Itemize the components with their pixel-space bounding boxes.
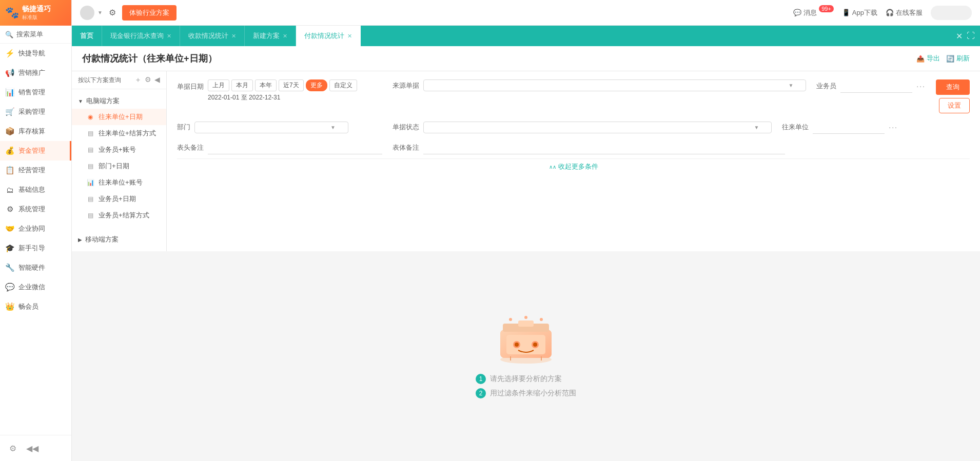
tab-label: 现金银行流水查询 bbox=[110, 31, 164, 41]
quick-nav-icon: ⚡ bbox=[5, 49, 14, 58]
sidebar-item-capital[interactable]: 💰 资金管理 bbox=[0, 141, 71, 161]
sidebar-item-inventory[interactable]: 📦 库存核算 bbox=[0, 122, 71, 141]
status-select[interactable]: ▼ bbox=[423, 122, 772, 133]
sidebar-item-purchase[interactable]: 🛒 采购管理 bbox=[0, 102, 71, 122]
tab-receipt-stats[interactable]: 收款情况统计 ✕ bbox=[180, 26, 245, 46]
sidebar-item-system[interactable]: ⚙ 系统管理 bbox=[0, 199, 71, 219]
scheme-settings-btn[interactable]: ⚙ bbox=[145, 75, 151, 85]
sidebar-nav: ⚡ 快捷导航 📢 营销推广 📊 销售管理 🛒 采购管理 📦 库存核算 💰 bbox=[0, 44, 71, 435]
dept-select[interactable]: ▼ bbox=[194, 122, 348, 133]
scheme-icon: ▤ bbox=[86, 146, 94, 154]
scheme-item-agent-payment[interactable]: ▤ 业务员+结算方式 bbox=[72, 207, 166, 224]
scheme-item-partner-account[interactable]: 📊 往来单位+账号 bbox=[72, 174, 166, 191]
sidebar-label: 销售管理 bbox=[18, 88, 45, 97]
agent-ellipsis-btn[interactable]: ··· bbox=[916, 82, 926, 90]
sidebar-item-member[interactable]: 👑 畅会员 bbox=[0, 297, 71, 316]
partner-ellipsis-btn[interactable]: ··· bbox=[889, 123, 898, 131]
collapse-filters-btn[interactable]: ∧∧ 收起更多条件 bbox=[177, 158, 970, 174]
date-btn-last-7days[interactable]: 近7天 bbox=[279, 79, 304, 91]
scheme-item-label: 业务员+日期 bbox=[99, 194, 136, 204]
scheme-item-partner-date[interactable]: ◉ 往来单位+日期 bbox=[72, 109, 166, 125]
scheme-item-agent-date[interactable]: ▤ 业务员+日期 bbox=[72, 191, 166, 207]
scheme-item-partner-payment[interactable]: ▤ 往来单位+结算方式 bbox=[72, 125, 166, 142]
sidebar-item-quick-nav[interactable]: ⚡ 快捷导航 bbox=[0, 44, 71, 63]
topbar: ▼ ⚙ 体验行业方案 💬 消息 99+ 📱 App下载 🎧 在线客服 bbox=[72, 0, 980, 26]
messages-label: 消息 bbox=[803, 8, 817, 17]
date-btn-custom[interactable]: 自定义 bbox=[329, 79, 357, 91]
search-icon: 🔍 bbox=[5, 31, 13, 38]
export-btn[interactable]: 📤 导出 bbox=[916, 54, 940, 63]
collapse-scheme-btn[interactable]: ◀ bbox=[154, 75, 160, 85]
scheme-panel-header: 按以下方案查询 ＋ ⚙ ◀ bbox=[72, 71, 166, 89]
tab-new-scheme[interactable]: 新建方案 ✕ bbox=[245, 26, 296, 46]
tab-payment-stats[interactable]: 付款情况统计 ✕ bbox=[296, 26, 361, 46]
messages-action[interactable]: 💬 消息 99+ bbox=[793, 8, 834, 17]
user-info-area[interactable] bbox=[931, 6, 972, 20]
sidebar-item-management[interactable]: 📋 经营管理 bbox=[0, 161, 71, 180]
date-label: 单据日期 bbox=[177, 79, 204, 91]
sidebar-item-sales[interactable]: 📊 销售管理 bbox=[0, 83, 71, 102]
body-note-input[interactable] bbox=[423, 141, 785, 154]
scheme-panel-actions: ＋ ⚙ ◀ bbox=[134, 75, 160, 85]
tab-close-icon[interactable]: ✕ bbox=[347, 33, 352, 39]
sidebar-item-hardware[interactable]: 🔧 智能硬件 bbox=[0, 258, 71, 277]
tab-home[interactable]: 首页 bbox=[72, 26, 102, 46]
scheme-chart-icon: 📊 bbox=[86, 178, 94, 187]
sidebar-item-marketing[interactable]: 📢 营销推广 bbox=[0, 63, 71, 83]
refresh-label: 刷新 bbox=[956, 54, 970, 63]
fullscreen-btn[interactable]: ⛶ bbox=[967, 31, 975, 41]
app-download-action[interactable]: 📱 App下载 bbox=[842, 8, 877, 17]
tab-close-icon[interactable]: ✕ bbox=[231, 33, 236, 39]
refresh-btn[interactable]: 🔄 刷新 bbox=[946, 54, 970, 63]
logo-sub: 标准版 bbox=[22, 14, 51, 21]
close-all-tabs-btn[interactable]: ✕ bbox=[956, 31, 963, 41]
mobile-group-header[interactable]: ▶ 移动端方案 bbox=[72, 232, 166, 247]
tab-close-icon[interactable]: ✕ bbox=[283, 33, 287, 39]
collapse-label: 收起更多条件 bbox=[558, 162, 598, 171]
dept-label: 部门 bbox=[177, 123, 190, 132]
date-btn-more[interactable]: 更多 bbox=[306, 79, 327, 91]
messages-badge: 99+ bbox=[819, 5, 834, 12]
date-btn-this-year[interactable]: 本年 bbox=[255, 79, 277, 91]
date-btn-last-month[interactable]: 上月 bbox=[208, 79, 229, 91]
trial-btn[interactable]: 体验行业方案 bbox=[122, 5, 177, 21]
partner-input[interactable] bbox=[813, 121, 885, 134]
collapse-sidebar-btn[interactable]: ◀◀ bbox=[25, 440, 40, 456]
header-note-input[interactable] bbox=[208, 141, 382, 154]
empty-hint-1: 1 请先选择要分析的方案 bbox=[476, 374, 576, 384]
tab-close-icon[interactable]: ✕ bbox=[167, 33, 171, 39]
partner-label: 往来单位 bbox=[782, 123, 809, 132]
agent-input[interactable] bbox=[840, 79, 912, 93]
status-label: 单据状态 bbox=[393, 123, 419, 132]
inventory-icon: 📦 bbox=[5, 127, 14, 136]
topbar-settings-icon[interactable]: ⚙ bbox=[109, 8, 116, 17]
tabbar: 首页 现金银行流水查询 ✕ 收款情况统计 ✕ 新建方案 ✕ 付款情况统计 ✕ ✕… bbox=[72, 26, 980, 46]
agent-label: 业务员 bbox=[816, 82, 836, 91]
settings-button[interactable]: 设置 bbox=[939, 98, 970, 113]
query-button[interactable]: 查询 bbox=[936, 79, 970, 95]
date-btn-this-month[interactable]: 本月 bbox=[231, 79, 253, 91]
desktop-group-header[interactable]: ▼ 电脑端方案 bbox=[72, 93, 166, 109]
search-menu[interactable]: 🔍 搜索菜单 bbox=[0, 26, 71, 44]
sidebar-item-guide[interactable]: 🎓 新手引导 bbox=[0, 238, 71, 258]
settings-footer-btn[interactable]: ⚙ bbox=[5, 440, 21, 456]
sidebar-label: 采购管理 bbox=[18, 107, 45, 116]
svg-point-7 bbox=[533, 343, 537, 347]
sidebar-item-enterprise[interactable]: 🤝 企业协同 bbox=[0, 219, 71, 238]
source-select[interactable]: ▼ bbox=[423, 79, 806, 91]
scheme-item-agent-account[interactable]: ▤ 业务员+账号 bbox=[72, 142, 166, 158]
query-btns: 查询 设置 bbox=[936, 79, 970, 113]
user-selector[interactable]: ▼ bbox=[80, 6, 103, 20]
dept-arrow-icon: ▼ bbox=[330, 125, 336, 130]
scheme-icon: ▤ bbox=[86, 211, 94, 219]
sidebar-item-basic[interactable]: 🗂 基础信息 bbox=[0, 180, 71, 199]
svg-rect-9 bbox=[518, 320, 534, 327]
sidebar-label: 企业协同 bbox=[18, 224, 45, 233]
online-service-action[interactable]: 🎧 在线客服 bbox=[886, 8, 923, 17]
sidebar-item-wechat[interactable]: 💬 企业微信 bbox=[0, 277, 71, 297]
tab-bank-flow[interactable]: 现金银行流水查询 ✕ bbox=[102, 26, 180, 46]
sidebar-label: 系统管理 bbox=[18, 205, 45, 214]
scheme-item-dept-date[interactable]: ▤ 部门+日期 bbox=[72, 158, 166, 174]
add-scheme-btn[interactable]: ＋ bbox=[134, 75, 142, 85]
basic-icon: 🗂 bbox=[5, 185, 14, 194]
